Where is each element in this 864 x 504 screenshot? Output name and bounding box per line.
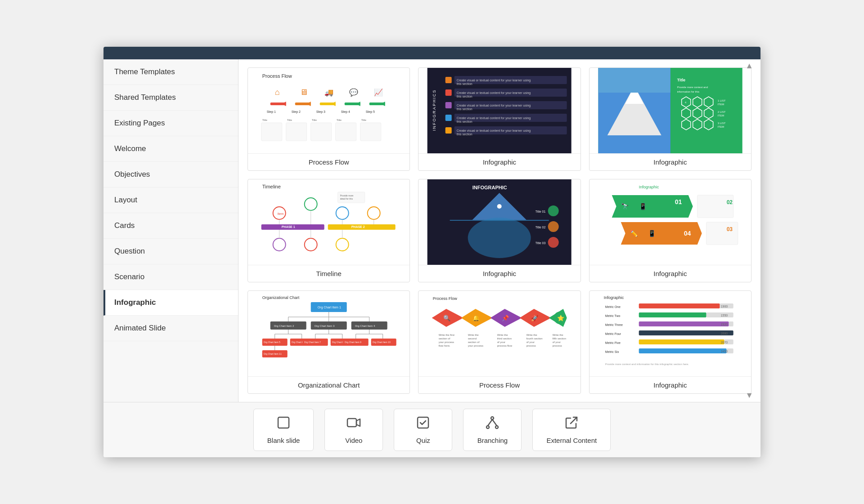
svg-rect-34: [446, 77, 452, 83]
sidebar-item-shared-templates[interactable]: Shared Templates: [104, 85, 238, 111]
template-card-org-chart[interactable]: Organizational Chart Org Chart Item 1: [248, 290, 410, 394]
template-label-process-flow-1: Process Flow: [248, 153, 410, 170]
svg-text:Provide more: Provide more: [340, 194, 354, 197]
svg-text:Metric One: Metric One: [605, 305, 620, 308]
template-label-timeline: Timeline: [248, 265, 410, 282]
svg-text:Write the: Write the: [526, 334, 538, 336]
sidebar-item-theme-templates[interactable]: Theme Templates: [104, 59, 238, 85]
template-label-infographic-bars: Infographic: [590, 376, 751, 393]
sidebar: Theme TemplatesShared TemplatesExisting …: [104, 59, 238, 402]
svg-line-242: [492, 419, 497, 426]
svg-rect-237: [418, 417, 428, 428]
svg-rect-220: [729, 321, 733, 326]
svg-text:📱: 📱: [639, 203, 647, 210]
template-card-infographic-bars[interactable]: Infographic Metric One 1900 Metric Two 1…: [589, 290, 752, 394]
svg-text:⭐: ⭐: [557, 314, 565, 322]
sidebar-item-existing-pages[interactable]: Existing Pages: [104, 111, 238, 136]
svg-text:2070: 2070: [720, 341, 728, 344]
template-label-infographic-dark-1: Infographic: [418, 153, 580, 170]
external-content-icon: [564, 415, 579, 433]
svg-rect-126: [706, 222, 738, 245]
svg-rect-31: [360, 123, 381, 141]
svg-text:2680: 2680: [720, 332, 728, 335]
svg-text:Organizational Chart: Organizational Chart: [262, 295, 300, 300]
sidebar-item-scenario[interactable]: Scenario: [104, 264, 238, 290]
template-card-process-flow-1[interactable]: Process Flow ⌂ 🖥 🚚 💬 📈: [248, 67, 410, 171]
svg-text:Org Chart Item 4: Org Chart Item 4: [355, 325, 375, 327]
template-thumb-process-flow-1: Process Flow ⌂ 🖥 🚚 💬 📈: [248, 68, 410, 153]
svg-text:💬: 💬: [349, 88, 358, 97]
template-card-infographic-green[interactable]: Title Provide more context and informati…: [589, 67, 752, 171]
template-card-infographic-steps[interactable]: Infographic 01 🔭 📱 04 ✏️ 📱: [589, 179, 752, 282]
svg-text:Org Chart Item 3: Org Chart Item 3: [315, 325, 335, 327]
external-content-button[interactable]: External Content: [532, 409, 611, 451]
svg-rect-29: [311, 123, 332, 141]
svg-line-243: [571, 417, 577, 424]
svg-text:fourth section: fourth section: [526, 337, 543, 340]
svg-text:Title 02: Title 02: [536, 226, 546, 229]
modal-header: [104, 47, 760, 59]
blank-slide-label: Blank slide: [267, 437, 300, 444]
svg-text:ITEM: ITEM: [717, 114, 724, 117]
video-button[interactable]: Video: [324, 409, 383, 451]
sidebar-item-question[interactable]: Question: [104, 239, 238, 264]
template-label-infographic-dark-2: Infographic: [418, 265, 580, 282]
modal-body: Theme TemplatesShared TemplatesExisting …: [104, 59, 760, 402]
svg-text:Title: Title: [337, 119, 342, 121]
branching-label: Branching: [477, 437, 508, 444]
svg-text:Create visual or textual conte: Create visual or textual content for you…: [457, 116, 531, 120]
svg-text:your process: your process: [468, 344, 483, 347]
svg-text:2320: 2320: [720, 323, 728, 326]
svg-text:Step 4: Step 4: [341, 110, 350, 114]
blank-slide-button[interactable]: Blank slide: [253, 409, 314, 451]
sidebar-item-cards[interactable]: Cards: [104, 213, 238, 239]
svg-text:Write the: Write the: [553, 334, 564, 336]
svg-text:Write the: Write the: [497, 334, 508, 336]
template-thumb-org-chart: Organizational Chart Org Chart Item 1: [248, 291, 410, 376]
svg-text:🔍: 🔍: [443, 314, 451, 322]
svg-text:Title: Title: [287, 119, 292, 121]
sidebar-item-welcome[interactable]: Welcome: [104, 136, 238, 162]
template-thumb-infographic-green: Title Provide more context and informati…: [590, 68, 751, 153]
template-card-timeline[interactable]: Timeline PHASE 1 PHASE 2 Item: [248, 179, 410, 282]
svg-text:Write the: Write the: [468, 334, 479, 336]
svg-text:Org Chart Item 2: Org Chart Item 2: [274, 325, 294, 327]
svg-rect-226: [639, 339, 724, 344]
svg-text:✏️: ✏️: [630, 230, 638, 237]
svg-rect-59: [598, 68, 670, 93]
svg-text:Provide more context and infor: Provide more context and information for…: [605, 363, 689, 366]
svg-text:Step 3: Step 3: [316, 110, 325, 114]
bottom-bar: Blank slideVideoQuizBranchingExternal Co…: [104, 402, 760, 457]
branching-icon: [485, 415, 500, 433]
svg-rect-12: [320, 103, 336, 105]
svg-text:ITEM: ITEM: [717, 103, 724, 106]
template-thumb-infographic-bars: Infographic Metric One 1900 Metric Two 1…: [590, 291, 751, 376]
svg-text:this section: this section: [457, 95, 472, 98]
svg-text:ITEM: ITEM: [717, 125, 724, 128]
svg-text:Metric Two: Metric Two: [605, 314, 620, 317]
template-card-process-flow-2[interactable]: Process Flow 🔍 🔔 📌: [418, 290, 580, 394]
svg-text:3 LIST: 3 LIST: [717, 122, 725, 125]
svg-text:Step 5: Step 5: [366, 110, 375, 114]
sidebar-item-infographic[interactable]: Infographic: [104, 290, 238, 316]
quiz-button[interactable]: Quiz: [394, 409, 452, 451]
external-content-label: External Content: [546, 437, 597, 444]
scroll-down-indicator: ▼: [743, 389, 755, 402]
template-thumb-infographic-dark-2: INFOGRAPHIC Title 01: [418, 179, 580, 265]
svg-text:Metric Five: Metric Five: [605, 341, 620, 344]
svg-text:📱: 📱: [648, 230, 656, 237]
template-card-infographic-dark-1[interactable]: INFOGRAPHICS Create visual or textual co…: [418, 67, 580, 171]
svg-text:of your: of your: [526, 341, 535, 343]
svg-text:section of: section of: [468, 341, 480, 343]
svg-text:this section: this section: [457, 82, 472, 85]
template-card-infographic-dark-2[interactable]: INFOGRAPHIC Title 01: [418, 179, 580, 282]
sidebar-item-objectives[interactable]: Objectives: [104, 162, 238, 187]
sidebar-item-layout[interactable]: Layout: [104, 187, 238, 213]
svg-text:Metric Three: Metric Three: [605, 323, 622, 326]
branching-button[interactable]: Branching: [463, 409, 522, 451]
svg-text:INFOGRAPHICS: INFOGRAPHICS: [432, 89, 436, 131]
modal: Theme TemplatesShared TemplatesExisting …: [104, 47, 760, 457]
sidebar-item-animated-slide[interactable]: Animated Slide: [104, 316, 238, 341]
svg-text:this section: this section: [457, 133, 472, 136]
svg-text:PHASE 1: PHASE 1: [282, 225, 295, 228]
